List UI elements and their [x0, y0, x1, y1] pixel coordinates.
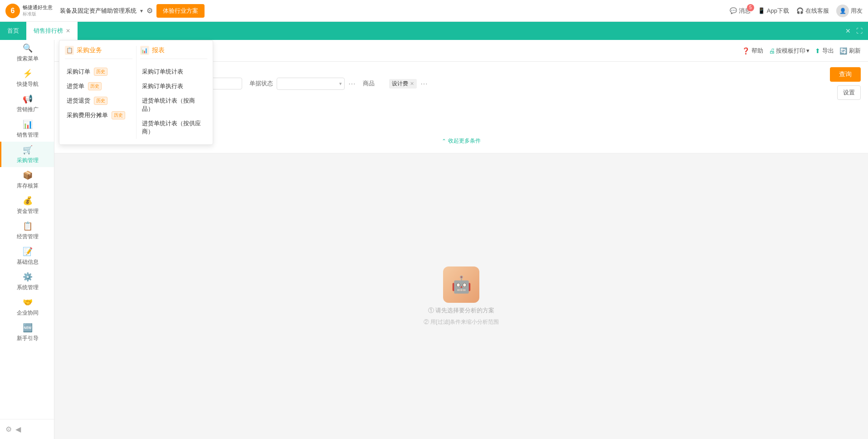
header-settings-btn[interactable]: ⚙	[146, 6, 153, 15]
menu-item-po-exec[interactable]: 采购订单执行表	[140, 79, 208, 94]
sidebar-label-enterprise: 企业协同	[17, 309, 39, 317]
refresh-icon: 🔄	[839, 47, 847, 54]
inbound-history-badge: 历史	[88, 82, 102, 90]
sidebar-collapse-btn[interactable]: ◀	[15, 425, 21, 434]
window-close-btn[interactable]: ✕	[845, 27, 851, 35]
goods-tag-close[interactable]: ✕	[410, 81, 414, 87]
guide-icon: 🆕	[23, 323, 33, 333]
search-icon: 🔍	[23, 43, 33, 53]
sidebar-item-search[interactable]: 🔍 搜索菜单	[0, 40, 54, 65]
tab-home[interactable]: 首页	[0, 22, 26, 40]
collapse-label: 收起更多条件	[448, 137, 481, 145]
filter-doc-status: 单据状态 ⋯	[249, 78, 356, 90]
collapse-arrow-icon: ⌃	[442, 138, 446, 144]
header-center: 装备及固定资产辅助管理系统 ▾ ⚙ 体验行业方案	[60, 4, 730, 18]
dropdown-col-header-reports: 📊 报表	[140, 46, 208, 59]
sidebar-item-enterprise[interactable]: 🤝 企业协同	[0, 294, 54, 320]
filter-goods: 商品 设计费 ✕ ⋯	[363, 79, 444, 89]
sidebar-item-sales[interactable]: 📊 销售管理	[0, 116, 54, 142]
top-header: 6 畅捷通好生意 标准版 装备及固定资产辅助管理系统 ▾ ⚙ 体验行业方案 💬 …	[0, 0, 868, 22]
doc-status-select[interactable]	[277, 78, 345, 90]
purchase-order-history-badge: 历史	[94, 68, 107, 76]
brand-text: 畅捷通好生意 标准版	[23, 4, 53, 17]
po-stats-label: 采购订单统计表	[142, 68, 183, 76]
sidebar: 🔍 搜索菜单 ⚡ 快捷导航 📢 营销推广 📊 销售管理 🛒 采购管理 📦 库存核…	[0, 40, 54, 439]
cost-alloc-label: 采购费用分摊单	[67, 111, 108, 119]
home-tab-label: 首页	[7, 27, 19, 35]
logo-icon: 6	[5, 4, 20, 18]
tab-close-btn[interactable]: ✕	[66, 28, 70, 34]
sidebar-label-procurement: 采购管理	[17, 157, 39, 164]
goods-more-btn[interactable]: ⋯	[420, 79, 428, 88]
dropdown-col-procurement: 📋 采购业务 采购订单 历史 进货单 历史 进货退货 历史 采购费用分摊单 历史	[65, 46, 132, 139]
goods-label: 商品	[363, 79, 385, 88]
marketing-icon: 📢	[23, 94, 33, 104]
sidebar-item-procurement[interactable]: 🛒 采购管理	[0, 142, 54, 167]
sidebar-label-guide: 新手引导	[17, 335, 39, 342]
menu-item-purchase-order[interactable]: 采购订单 历史	[65, 64, 132, 79]
inbound-stats-supplier-label: 进货单统计表（按供应商）	[142, 119, 206, 136]
window-maximize-btn[interactable]: ⛶	[856, 27, 863, 35]
query-btn[interactable]: 查询	[830, 67, 861, 82]
procurement-icon: 🛒	[23, 145, 33, 155]
header-right: 💬 消息 5 📱 App下载 🎧 在线客服 👤 用友	[730, 5, 863, 17]
cost-alloc-history-badge: 历史	[112, 111, 125, 119]
tab-bar: 首页 销售排行榜 ✕ ✕ ⛶	[0, 22, 868, 40]
sidebar-label-funds: 资金管理	[17, 207, 39, 215]
sidebar-item-operations[interactable]: 📋 经营管理	[0, 218, 54, 243]
user-menu-btn[interactable]: 👤 用友	[836, 5, 863, 17]
sidebar-item-basic-info[interactable]: 📝 基础信息	[0, 243, 54, 269]
quick-nav-icon: ⚡	[23, 69, 33, 79]
print-dropdown-arrow: ▾	[806, 47, 809, 54]
sidebar-label-quicknav: 快捷导航	[17, 80, 39, 88]
reports-col-icon: 📊	[140, 46, 149, 55]
filter-settings-btn[interactable]: 设置	[837, 85, 861, 100]
phone-icon: 📱	[758, 7, 765, 14]
sidebar-label-inventory: 库存核算	[17, 182, 39, 190]
empty-state: 🤖 ① 请先选择要分析的方案 ② 用[过滤]条件来缩小分析范围	[54, 153, 868, 439]
menu-item-cost-alloc[interactable]: 采购费用分摊单 历史	[65, 108, 132, 123]
doc-status-label: 单据状态	[249, 79, 273, 88]
goods-tag: 设计费 ✕	[389, 79, 417, 89]
sys-title: 装备及固定资产辅助管理系统	[60, 7, 137, 15]
online-service-btn[interactable]: 🎧 在线客服	[796, 7, 829, 15]
sidebar-footer: ⚙ ◀	[0, 419, 54, 439]
export-btn[interactable]: ⬆ 导出	[815, 47, 834, 55]
menu-item-return[interactable]: 进货退货 历史	[65, 94, 132, 108]
print-icon: 🖨	[769, 47, 775, 54]
industry-btn[interactable]: 体验行业方案	[156, 4, 205, 18]
brand-badge: 标准版	[23, 11, 53, 17]
help-btn[interactable]: ❓ 帮助	[742, 47, 763, 55]
sidebar-item-quick-nav[interactable]: ⚡ 快捷导航	[0, 65, 54, 91]
print-btn[interactable]: 🖨 按模板打印 ▾	[769, 47, 809, 55]
sidebar-item-funds[interactable]: 💰 资金管理	[0, 192, 54, 218]
menu-item-inbound-stats-supplier[interactable]: 进货单统计表（按供应商）	[140, 116, 208, 139]
app-download-btn[interactable]: 📱 App下载	[758, 7, 789, 15]
sidebar-label-operations: 经营管理	[17, 233, 39, 241]
tab-sales-rank[interactable]: 销售排行榜 ✕	[26, 22, 78, 40]
dropdown-col-reports: 📊 报表 采购订单统计表 采购订单执行表 进货单统计表（按商品） 进货单统计表（…	[140, 46, 208, 139]
sidebar-label-search: 搜索菜单	[17, 55, 39, 63]
inbound-label: 进货单	[67, 82, 84, 90]
sys-dropdown-btn[interactable]: ▾	[140, 8, 143, 14]
message-icon: 💬	[730, 7, 737, 14]
operations-icon: 📋	[23, 221, 33, 231]
purchase-order-label: 采购订单	[67, 68, 90, 76]
sidebar-item-guide[interactable]: 🆕 新手引导	[0, 320, 54, 345]
headset-icon: 🎧	[796, 7, 804, 14]
doc-status-more-btn[interactable]: ⋯	[348, 79, 356, 88]
sidebar-settings-btn[interactable]: ⚙	[5, 425, 12, 434]
sidebar-item-system[interactable]: ⚙️ 系统管理	[0, 269, 54, 294]
menu-item-inbound[interactable]: 进货单 历史	[65, 79, 132, 94]
logo-area: 6 畅捷通好生意 标准版	[5, 4, 60, 18]
menu-item-po-stats[interactable]: 采购订单统计表	[140, 64, 208, 79]
return-history-badge: 历史	[94, 97, 107, 105]
goods-tag-text: 设计费	[392, 80, 408, 88]
procurement-col-icon: 📋	[65, 46, 74, 55]
inbound-stats-product-label: 进货单统计表（按商品）	[142, 97, 206, 113]
refresh-btn[interactable]: 🔄 刷新	[839, 47, 861, 55]
sidebar-item-inventory[interactable]: 📦 库存核算	[0, 167, 54, 192]
menu-item-inbound-stats-product[interactable]: 进货单统计表（按商品）	[140, 94, 208, 116]
sidebar-item-marketing[interactable]: 📢 营销推广	[0, 91, 54, 116]
messages-btn[interactable]: 💬 消息 5	[730, 7, 751, 15]
